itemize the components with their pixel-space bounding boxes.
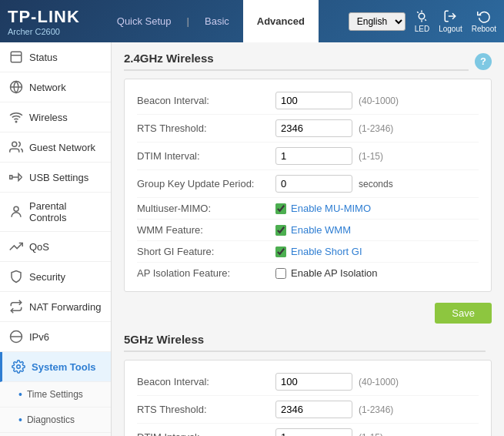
field-label: Short GI Feature: [137,246,275,257]
form-row-wmm-24: WMM Feature: Enable WMM [137,220,479,241]
sidebar-item-guest[interactable]: Guest Network [0,132,111,163]
dtim-input-5[interactable] [275,428,352,436]
section-24-title: 2.4GHz Wireless [124,52,469,71]
checkbox-row-mumimo-24: Enable MU-MIMO [275,203,371,214]
led-button[interactable]: LED [415,9,429,33]
field-hint: (1-15) [359,432,383,437]
field-hint: (1-2346) [359,123,393,134]
logo-area: TP-LINK Archer C2600 [8,7,80,36]
field-label: AP Isolation Feature: [137,267,275,279]
beacon-input-24[interactable] [275,92,352,109]
wmm-checkbox-24[interactable] [275,225,286,236]
form-row-dtim-5: DTIM Interval: (1-15) [137,424,479,436]
nat-icon [9,300,23,314]
form-row-dtim-24: DTIM Interval: (1-15) [137,143,479,170]
form-row-apisol-24: AP Isolation Feature: Enable AP Isolatio… [137,263,479,283]
tab-advanced[interactable]: Advanced [243,0,319,42]
sidebar: Status Network Wireless Guest Network US… [0,42,112,436]
checkbox-label-apisol-24: Enable AP Isolation [291,267,378,279]
field-label: RTS Threshold: [137,122,275,134]
svg-rect-6 [11,52,22,62]
beacon-input-5[interactable] [275,373,352,391]
ipv6-icon [9,330,23,344]
logo-text: TP-LINK [8,7,80,27]
checkbox-row-shortgi-24: Enable Short GI [275,246,362,257]
usb-icon [9,170,23,184]
sub-item-diagnostics[interactable]: Diagnostics [0,407,111,433]
field-hint: (1-2346) [359,404,393,415]
wireless-icon [9,110,23,124]
form-row-mumimo-24: Multiuser-MIMO: Enable MU-MIMO [137,198,479,220]
checkbox-label-mumimo-24: Enable MU-MIMO [291,203,371,214]
svg-point-14 [14,206,18,211]
sidebar-item-ipv6[interactable]: IPv6 [0,322,111,352]
tab-basic[interactable]: Basic [191,0,243,42]
sidebar-item-label: Guest Network [29,142,95,153]
field-label: DTIM Interval: [137,431,275,436]
nav-tabs: Quick Setup | Basic Advanced [103,0,349,42]
help-icon-24[interactable]: ? [475,53,492,70]
save-button-24[interactable]: Save [435,303,492,324]
sidebar-item-label: Network [29,82,66,93]
form-row-shortgi-24: Short GI Feature: Enable Short GI [137,241,479,263]
mumimo-checkbox-24[interactable] [275,203,286,214]
sidebar-item-label: NAT Forwarding [29,301,101,313]
sidebar-item-usb[interactable]: USB Settings [0,163,111,193]
sidebar-item-parental[interactable]: Parental Controls [0,193,111,232]
field-label: WMM Feature: [137,224,275,236]
svg-rect-13 [10,176,12,179]
sidebar-item-security[interactable]: Security [0,262,111,292]
rts-input-24[interactable] [275,119,352,137]
sidebar-item-label: Status [29,52,58,63]
checkbox-label-wmm-24: Enable WMM [291,224,351,236]
sidebar-item-status[interactable]: Status [0,42,111,72]
sidebar-item-qos[interactable]: QoS [0,232,111,262]
tab-quick-setup[interactable]: Quick Setup [103,0,185,42]
sidebar-item-network[interactable]: Network [0,72,111,102]
section-5-title: 5GHz Wireless [124,333,486,352]
sidebar-item-label: Wireless [29,112,68,123]
field-unit: seconds [359,179,393,189]
form-section-24: Beacon Interval: (40-1000) RTS Threshold… [124,79,492,292]
sub-item-firmware[interactable]: Firmware Upgrade [0,433,111,436]
section-24-header: 2.4GHz Wireless ? [124,52,492,71]
field-label: Multiuser-MIMO: [137,203,275,214]
svg-line-4 [426,19,427,21]
svg-line-3 [418,12,419,13]
sidebar-item-systemtools[interactable]: System Tools [0,352,111,382]
language-select[interactable]: English [349,12,406,31]
dtim-input-24[interactable] [275,147,352,165]
guest-icon [9,140,23,154]
sidebar-item-label: Security [29,271,65,283]
checkbox-label-shortgi-24: Enable Short GI [291,246,362,257]
parental-icon [9,205,23,219]
checkbox-row-wmm-24: Enable WMM [275,224,351,236]
field-label: Group Key Update Period: [137,178,275,189]
sidebar-item-label: IPv6 [29,331,49,343]
network-icon [9,80,23,94]
field-label: DTIM Interval: [137,150,275,162]
shortgi-checkbox-24[interactable] [275,247,286,257]
rts-input-5[interactable] [275,401,352,418]
systemtools-icon [12,360,25,374]
field-hint: (1-15) [359,151,383,162]
layout: Status Network Wireless Guest Network US… [0,42,504,436]
gkup-input-24[interactable] [275,175,352,193]
field-hint: (40-1000) [359,96,399,106]
svg-point-0 [419,13,426,19]
apisol-checkbox-24[interactable] [275,268,286,279]
sidebar-item-label: System Tools [32,361,96,373]
sidebar-item-wireless[interactable]: Wireless [0,102,111,132]
status-icon [9,50,23,64]
section-5-header: 5GHz Wireless [124,333,492,352]
sub-item-time[interactable]: Time Settings [0,382,111,407]
field-label: RTS Threshold: [137,404,275,415]
main-content: 2.4GHz Wireless ? Beacon Interval: (40-1… [112,42,504,436]
form-section-5: Beacon Interval: (40-1000) RTS Threshold… [124,360,492,436]
header-right: English LED Logout Reboot [349,9,496,33]
reboot-button[interactable]: Reboot [472,9,496,33]
sidebar-item-nat[interactable]: NAT Forwarding [0,292,111,322]
checkbox-row-apisol-24: Enable AP Isolation [275,267,378,279]
form-row-beacon-24: Beacon Interval: (40-1000) [137,87,479,115]
logout-button[interactable]: Logout [439,9,462,33]
